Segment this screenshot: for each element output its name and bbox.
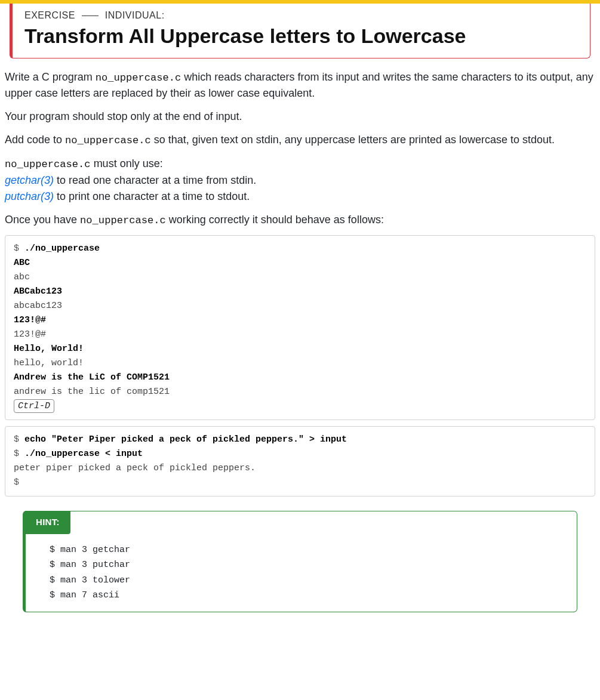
paragraph-mustuse: no_uppercase.c must only use: getchar(3)…: [5, 156, 595, 205]
content-area: Write a C program no_uppercase.c which r…: [0, 69, 600, 612]
code-filename: no_uppercase.c: [80, 215, 166, 226]
link-putchar[interactable]: putchar(3): [5, 190, 54, 202]
paragraph-behave: Once you have no_uppercase.c working cor…: [5, 212, 595, 229]
text: to print one character at a time to stdo…: [54, 190, 250, 202]
terminal-block-2: $ echo "Peter Piper picked a peck of pic…: [5, 426, 595, 497]
hint-card: HINT: $ man 3 getchar $ man 3 putchar $ …: [23, 511, 577, 612]
exercise-header-card: EXERCISE INDIVIDUAL: Transform All Upper…: [10, 4, 590, 58]
text: so that, given text on stdin, any upperc…: [151, 134, 555, 146]
hint-terminal: $ man 3 getchar $ man 3 putchar $ man 3 …: [50, 542, 559, 603]
overline-left: EXERCISE: [24, 10, 75, 20]
paragraph-addcode: Add code to no_uppercase.c so that, give…: [5, 132, 595, 149]
code-filename: no_uppercase.c: [65, 135, 151, 146]
text: Write a C program: [5, 71, 96, 83]
text: Add code to: [5, 134, 65, 146]
text: working correctly it should behave as fo…: [166, 214, 384, 226]
paragraph-intro: Write a C program no_uppercase.c which r…: [5, 69, 595, 102]
code-filename: no_uppercase.c: [5, 159, 91, 170]
text: must only use:: [91, 158, 163, 169]
terminal-block-1: $ ./no_uppercase ABC abc ABCabc123 abcab…: [5, 235, 595, 420]
link-getchar[interactable]: getchar(3): [5, 174, 54, 186]
paragraph-stop: Your program should stop only at the end…: [5, 109, 595, 125]
hint-label: HINT:: [25, 511, 70, 534]
overline-right: INDIVIDUAL:: [105, 10, 165, 20]
overline-dash-icon: [82, 16, 99, 16]
hint-body: $ man 3 getchar $ man 3 putchar $ man 3 …: [26, 534, 577, 603]
exercise-title: Transform All Uppercase letters to Lower…: [24, 24, 578, 48]
exercise-overline: EXERCISE INDIVIDUAL:: [24, 8, 578, 23]
text: Once you have: [5, 214, 80, 226]
code-filename: no_uppercase.c: [96, 72, 181, 84]
text: to read one character at a time from std…: [54, 174, 256, 186]
